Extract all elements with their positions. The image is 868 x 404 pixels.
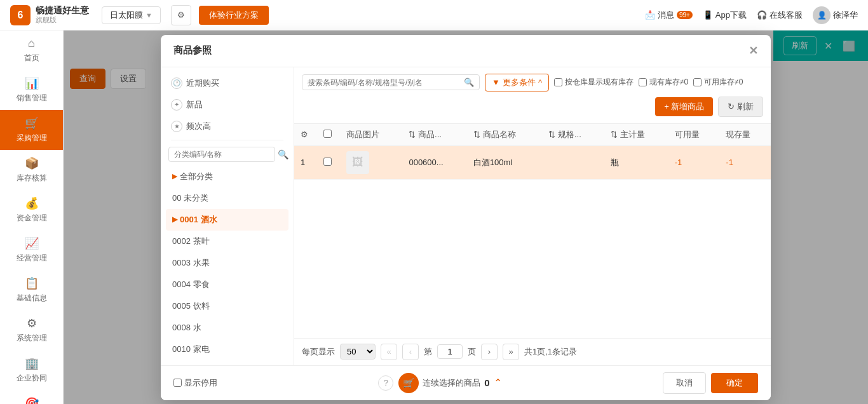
th-code[interactable]: ⇅ 商品... [402,124,466,146]
available-nonzero-checkbox[interactable] [693,78,702,86]
sidebar-item-system[interactable]: ⚙ 系统管理 [0,310,63,350]
sidebar-item-guide[interactable]: 🎯 新手引导 [0,390,63,404]
th-stock: 现存量 [719,124,771,146]
product-table-container: ⚙ 商品图片 ⇅ 商品... [294,124,771,338]
left-panel: 🕐 近期购买 ✦ 新品 ★ 频次高 [161,67,294,365]
product-table: ⚙ 商品图片 ⇅ 商品... [294,124,771,180]
modal-title: 商品参照 [173,44,212,57]
stock-nonzero-filter[interactable]: 现有库存≠0 [639,77,688,88]
help-icon[interactable]: ? [378,375,393,391]
page-number-input[interactable] [437,344,463,359]
category-unclassified[interactable]: 00 未分类 [166,187,288,209]
sort-icon-spec: ⇅ [548,130,555,139]
cart-icon-button[interactable]: 🛒 [398,373,419,393]
stock-nonzero-checkbox[interactable] [639,78,647,86]
product-search-icon[interactable]: 🔍 [464,77,474,87]
category-all[interactable]: ▶ 全部分类 [166,166,288,187]
category-beverage[interactable]: 0005 饮料 [166,295,288,317]
row-checkbox[interactable] [323,158,332,166]
select-all-checkbox[interactable] [323,130,332,138]
app-download-button[interactable]: 📱 App下载 [703,10,747,21]
top-nav: 6 畅捷通好生意 旗舰版 日太阳膜 ▼ ⚙ 体验行业方案 📩 消息 99+ 📱 … [0,0,868,30]
sort-icon-name: ⇅ [473,130,480,139]
category-tea[interactable]: 0002 茶叶 [166,231,288,252]
th-settings[interactable]: ⚙ [294,124,317,146]
gear-button[interactable]: ⚙ [171,5,191,25]
disabled-checkbox[interactable] [173,379,182,387]
category-water-label: 0008 水 [172,323,201,332]
product-search-input[interactable] [308,78,461,87]
left-nav-frequent-label: 频次高 [186,121,211,132]
last-page-button[interactable]: » [503,344,519,360]
sidebar-item-sales[interactable]: 📊 销售管理 [0,70,63,110]
th-unit[interactable]: ⇅ 主计量 [604,124,668,146]
table-row[interactable]: 1 🖼 000600... 白酒100ml 瓶 [294,145,771,179]
show-disabled-checkbox[interactable]: 显示停用 [173,377,217,389]
category-water[interactable]: 0008 水 [166,317,288,339]
modal-close-button[interactable]: ✕ [749,44,758,58]
sidebar-item-operations[interactable]: 📈 经营管理 [0,230,63,270]
th-checkbox[interactable] [317,124,340,146]
category-liquor[interactable]: ▶ 0001 酒水 [166,209,288,231]
sidebar-item-home[interactable]: ⌂ 首页 [0,30,63,70]
message-icon: 📩 [645,10,655,20]
cancel-button[interactable]: 取消 [663,372,706,394]
sidebar-item-basic-info[interactable]: 📋 基础信息 [0,270,63,310]
sidebar-label-sales: 销售管理 [17,93,47,104]
online-service-button[interactable]: 🎧 在线客服 [757,10,803,21]
trial-button[interactable]: 体验行业方案 [199,6,269,25]
show-disabled-label: 显示停用 [184,377,217,389]
more-filter-button[interactable]: ▼ 更多条件 ^ [485,74,549,91]
sidebar-label-finance: 资金管理 [17,213,47,224]
add-product-button[interactable]: + 新增商品 [655,97,713,116]
left-nav-new[interactable]: ✦ 新品 [161,94,294,116]
available-nonzero-filter[interactable]: 可用库存≠0 [693,77,743,88]
category-search-icon[interactable]: 🔍 [278,149,288,159]
category-search-input[interactable] [168,147,275,162]
next-page-button[interactable]: › [481,344,498,360]
per-page-select[interactable]: 50 100 [340,344,376,360]
sales-icon: 📊 [25,76,39,90]
left-nav-frequent[interactable]: ★ 频次高 [161,116,294,137]
category-appliance[interactable]: 0010 家电 [166,339,288,360]
left-nav-recent[interactable]: 🕐 近期购买 [161,72,294,94]
main-layout: ⌂ 首页 📊 销售管理 🛒 采购管理 📦 库存核算 💰 资金管理 📈 经营管理 … [0,30,868,404]
selector-label: 日太阳膜 [110,10,143,21]
sidebar-item-purchase[interactable]: 🛒 采购管理 [0,110,63,150]
new-icon: ✦ [171,99,182,111]
selected-count-badge: 0 [484,377,489,388]
cell-index: 1 [294,145,317,179]
sidebar-item-inventory[interactable]: 📦 库存核算 [0,150,63,190]
th-code-label: 商品... [418,130,442,139]
refresh-table-button[interactable]: ↻ 刷新 [718,97,763,117]
basic-info-icon: 📋 [25,276,39,290]
nav-selector[interactable]: 日太阳膜 ▼ [102,6,161,24]
category-snack[interactable]: 0004 零食 [166,274,288,295]
filter-arrow-icon: ^ [538,77,542,87]
available-nonzero-label: 可用库存≠0 [704,77,743,88]
first-page-button[interactable]: « [381,344,397,360]
warehouse-checkbox[interactable] [554,78,562,86]
messages-button[interactable]: 📩 消息 99+ [645,10,693,21]
warehouse-filter[interactable]: 按仓库显示现有库存 [554,77,634,88]
chevron-down-icon: ▼ [146,11,153,19]
th-available-label: 可用量 [675,130,700,139]
th-spec[interactable]: ⇅ 规格... [542,124,604,146]
prev-page-button[interactable]: ‹ [402,344,419,360]
expand-liquor-icon: ▶ [172,215,177,224]
sidebar-item-finance[interactable]: 💰 资金管理 [0,190,63,230]
footer-collapse-icon[interactable]: ⌃ [494,377,502,389]
sidebar-item-enterprise[interactable]: 🏢 企业协同 [0,350,63,390]
user-profile[interactable]: 👤 徐泽华 [813,6,858,24]
th-spec-label: 规格... [558,130,581,139]
th-name-label: 商品名称 [483,130,516,139]
operations-icon: 📈 [25,236,39,250]
confirm-button[interactable]: 确定 [711,373,758,393]
filter-label: 更多条件 [503,77,536,88]
category-fruit[interactable]: 0003 水果 [166,252,288,274]
filter-icon: ▼ [492,77,500,87]
th-name[interactable]: ⇅ 商品名称 [467,124,542,146]
cell-checkbox[interactable] [317,145,340,179]
cell-available: -1 [668,145,720,179]
sort-icon-unit: ⇅ [611,130,618,139]
